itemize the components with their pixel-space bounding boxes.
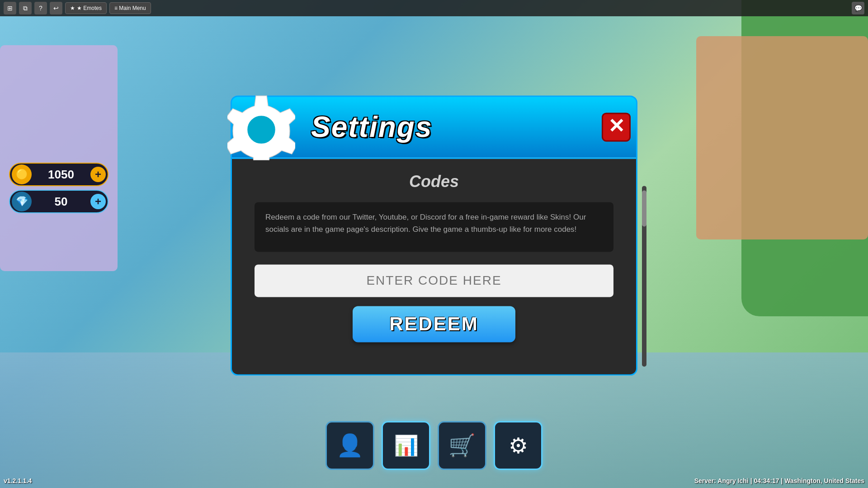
bottombar: 👤 📊 🛒 ⚙: [326, 421, 542, 470]
scrollbar-thumb[interactable]: [642, 190, 646, 226]
bottombar-settings-button[interactable]: ⚙: [494, 421, 542, 470]
modal-body: Codes Redeem a code from our Twitter, Yo…: [231, 159, 637, 375]
bg-building-right: [696, 36, 868, 239]
settings-modal: Settings ✕ Codes Redeem a code from our …: [231, 95, 637, 375]
mainmenu-button[interactable]: ≡ Main Menu: [109, 2, 151, 14]
gear-icon: [227, 92, 295, 160]
close-x-icon: ✕: [608, 116, 625, 136]
characters-icon: 👤: [336, 433, 363, 458]
bottombar-characters-button[interactable]: 👤: [326, 421, 374, 470]
shop-icon: 🛒: [448, 433, 476, 458]
emotes-star-icon: ★: [70, 5, 75, 11]
coin-icon: 🟡: [12, 164, 32, 184]
topbar-icon-grid[interactable]: ⊞: [4, 2, 16, 14]
chat-icon[interactable]: 💬: [852, 2, 864, 14]
gems-value: 50: [32, 195, 90, 209]
redeem-button[interactable]: REDEEM: [353, 306, 515, 342]
gems-add-button[interactable]: +: [90, 194, 106, 209]
stats-icon: 📊: [394, 434, 419, 457]
topbar-icon-back[interactable]: ↩: [50, 2, 62, 14]
coins-add-button[interactable]: +: [90, 167, 106, 182]
currency-area: 🟡 1050 + 💎 50 +: [9, 163, 108, 213]
modal-header: Settings ✕: [231, 95, 637, 159]
topbar-icon-help[interactable]: ?: [34, 2, 47, 14]
codes-heading: Codes: [255, 172, 613, 191]
codes-description: Redeem a code from our Twitter, Youtube,…: [255, 202, 613, 252]
settings-icon: ⚙: [509, 433, 528, 458]
bottombar-stats-button[interactable]: 📊: [382, 421, 430, 470]
bg-building-left: [0, 45, 118, 271]
version-text: v1.2.1.1.4: [4, 477, 32, 484]
emotes-label: ★ Emotes: [77, 5, 102, 11]
coins-display: 🟡 1050 +: [9, 163, 108, 186]
coins-value: 1050: [32, 168, 90, 182]
gem-icon: 💎: [12, 192, 32, 211]
mainmenu-label: ≡ Main Menu: [114, 5, 146, 11]
code-input[interactable]: [255, 264, 613, 297]
close-button[interactable]: ✕: [602, 113, 631, 141]
svg-point-0: [246, 115, 276, 145]
scrollbar[interactable]: [642, 186, 646, 366]
emotes-button[interactable]: ★ ★ Emotes: [65, 2, 107, 14]
bottombar-shop-button[interactable]: 🛒: [438, 421, 486, 470]
server-info-text: Server: Angry Ichi | 04:34:17 | Washingt…: [694, 477, 864, 484]
gems-display: 💎 50 +: [9, 190, 108, 213]
modal-title: Settings: [311, 110, 432, 144]
topbar: ⊞ ⧉ ? ↩ ★ ★ Emotes ≡ Main Menu 💬: [0, 0, 868, 16]
topbar-icon-tabs[interactable]: ⧉: [19, 2, 32, 14]
